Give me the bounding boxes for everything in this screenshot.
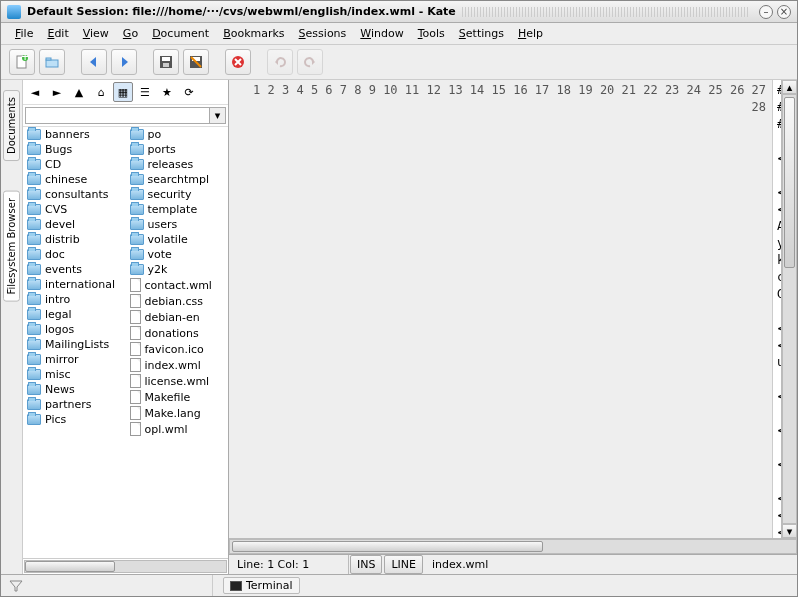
fs-home-icon[interactable]: ⌂	[91, 82, 111, 102]
menu-tools[interactable]: Tools	[412, 25, 451, 42]
fs-item[interactable]: legal	[23, 307, 126, 322]
fs-item[interactable]: template	[126, 202, 229, 217]
folder-icon	[27, 324, 41, 335]
filter-icon[interactable]	[9, 579, 23, 593]
close-doc-button[interactable]	[225, 49, 251, 75]
fs-item[interactable]: Makefile	[126, 389, 229, 405]
menu-help[interactable]: Help	[512, 25, 549, 42]
fs-item[interactable]: users	[126, 217, 229, 232]
fs-file-list[interactable]: bannersBugsCDchineseconsultantsCVSdeveld…	[23, 127, 228, 558]
fs-item-label: ports	[148, 143, 176, 156]
filesystem-browser-tab[interactable]: Filesystem Browser	[3, 191, 20, 302]
fs-item[interactable]: license.wml	[126, 373, 229, 389]
fs-item[interactable]: releases	[126, 157, 229, 172]
editor-vscroll[interactable]: ▴ ▾	[781, 80, 797, 538]
fs-toolbar: ◄ ► ▲ ⌂ ▦ ☰ ★ ⟳	[23, 80, 228, 105]
fs-item[interactable]: CVS	[23, 202, 126, 217]
fs-item[interactable]: opl.wml	[126, 421, 229, 437]
fs-shortview-icon[interactable]: ▦	[113, 82, 133, 102]
menu-edit[interactable]: Edit	[41, 25, 74, 42]
menu-window[interactable]: Window	[354, 25, 409, 42]
redo-button[interactable]	[297, 49, 323, 75]
fs-item[interactable]: logos	[23, 322, 126, 337]
folder-icon	[130, 219, 144, 230]
titlebar[interactable]: Default Session: file:///home/···/cvs/we…	[1, 1, 797, 23]
fs-item[interactable]: contact.wml	[126, 277, 229, 293]
fs-item-label: legal	[45, 308, 72, 321]
open-doc-button[interactable]	[39, 49, 65, 75]
file-icon	[130, 294, 141, 308]
fs-item[interactable]: misc	[23, 367, 126, 382]
menu-view[interactable]: View	[77, 25, 115, 42]
menu-file[interactable]: File	[9, 25, 39, 42]
fs-item[interactable]: Pics	[23, 412, 126, 427]
scroll-down-icon[interactable]: ▾	[782, 524, 797, 538]
fs-item[interactable]: debian.css	[126, 293, 229, 309]
menu-go[interactable]: Go	[117, 25, 144, 42]
fs-item[interactable]: favicon.ico	[126, 341, 229, 357]
folder-icon	[130, 159, 144, 170]
fs-item[interactable]: international	[23, 277, 126, 292]
status-insert-mode[interactable]: INS	[350, 555, 382, 574]
fs-item[interactable]: vote	[126, 247, 229, 262]
fs-item[interactable]: events	[23, 262, 126, 277]
documents-tab[interactable]: Documents	[3, 90, 20, 161]
close-button[interactable]: ×	[777, 5, 791, 19]
fs-item[interactable]: security	[126, 187, 229, 202]
fs-item[interactable]: Make.lang	[126, 405, 229, 421]
save-as-button[interactable]	[183, 49, 209, 75]
forward-button[interactable]	[111, 49, 137, 75]
fs-item-label: chinese	[45, 173, 87, 186]
menu-sessions[interactable]: Sessions	[293, 25, 353, 42]
fs-item[interactable]: y2k	[126, 262, 229, 277]
fs-item[interactable]: doc	[23, 247, 126, 262]
code-editor[interactable]: #use wml::debian::mainpage title="The Un…	[773, 80, 781, 538]
fs-item[interactable]: MailingLists	[23, 337, 126, 352]
scroll-up-icon[interactable]: ▴	[782, 80, 797, 94]
minimize-button[interactable]: –	[759, 5, 773, 19]
fs-detailview-icon[interactable]: ☰	[135, 82, 155, 102]
fs-item[interactable]: intro	[23, 292, 126, 307]
fs-item-label: debian.css	[145, 295, 204, 308]
menu-document[interactable]: Document	[146, 25, 215, 42]
fs-up-icon[interactable]: ▲	[69, 82, 89, 102]
save-button[interactable]	[153, 49, 179, 75]
fs-sync-icon[interactable]: ⟳	[179, 82, 199, 102]
fs-item-label: license.wml	[145, 375, 210, 388]
fs-item[interactable]: chinese	[23, 172, 126, 187]
fs-path-dropdown-icon[interactable]: ▾	[210, 107, 226, 124]
back-button[interactable]	[81, 49, 107, 75]
new-doc-button[interactable]: +	[9, 49, 35, 75]
main-area: Documents Filesystem Browser ◄ ► ▲ ⌂ ▦ ☰…	[1, 80, 797, 574]
fs-item[interactable]: consultants	[23, 187, 126, 202]
fs-item[interactable]: partners	[23, 397, 126, 412]
status-line-mode[interactable]: LINE	[384, 555, 423, 574]
undo-button[interactable]	[267, 49, 293, 75]
fs-item[interactable]: ports	[126, 142, 229, 157]
fs-back-icon[interactable]: ◄	[25, 82, 45, 102]
fs-item[interactable]: volatile	[126, 232, 229, 247]
fs-item[interactable]: po	[126, 127, 229, 142]
fs-item[interactable]: searchtmpl	[126, 172, 229, 187]
fs-item[interactable]: Bugs	[23, 142, 126, 157]
fs-item[interactable]: News	[23, 382, 126, 397]
menu-bookmarks[interactable]: Bookmarks	[217, 25, 290, 42]
fs-forward-icon[interactable]: ►	[47, 82, 67, 102]
svg-rect-4	[46, 58, 51, 60]
fs-item[interactable]: donations	[126, 325, 229, 341]
fs-bookmark-icon[interactable]: ★	[157, 82, 177, 102]
fs-item[interactable]: distrib	[23, 232, 126, 247]
fs-item[interactable]: CD	[23, 157, 126, 172]
fs-item[interactable]: banners	[23, 127, 126, 142]
fs-item[interactable]: devel	[23, 217, 126, 232]
terminal-toggle[interactable]: Terminal	[223, 577, 300, 594]
fs-path-input[interactable]	[25, 107, 210, 124]
menu-settings[interactable]: Settings	[453, 25, 510, 42]
fs-item[interactable]: debian-en	[126, 309, 229, 325]
fs-item[interactable]: index.wml	[126, 357, 229, 373]
filesystem-browser: ◄ ► ▲ ⌂ ▦ ☰ ★ ⟳ ▾ bannersBugsCDchineseco…	[23, 80, 229, 574]
fs-hscroll[interactable]	[23, 558, 228, 574]
editor-hscroll[interactable]	[229, 538, 797, 554]
fs-item[interactable]: mirror	[23, 352, 126, 367]
fs-item-label: consultants	[45, 188, 109, 201]
